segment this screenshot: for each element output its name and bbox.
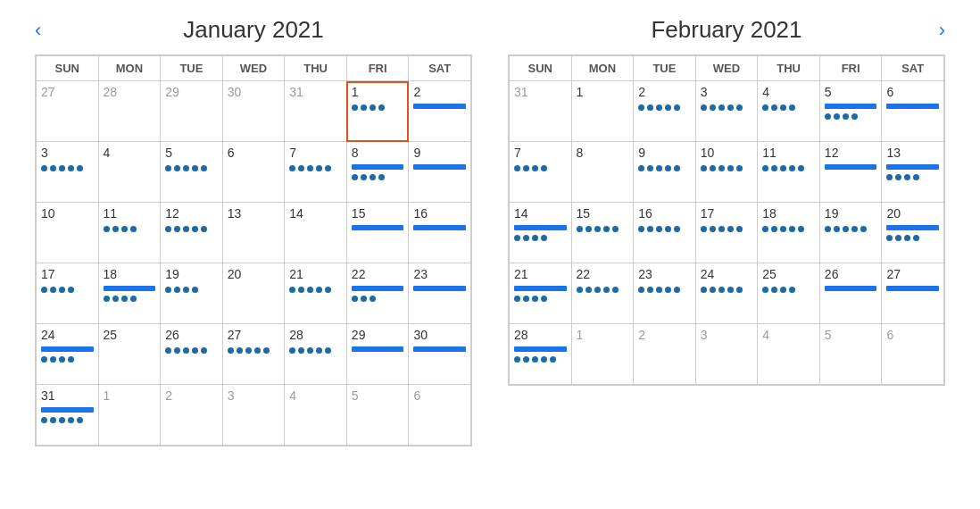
calendar-day-cell[interactable]: 31 [285, 81, 347, 142]
event-dot [352, 296, 358, 302]
calendar-day-cell[interactable]: 26 [819, 263, 882, 324]
calendar-day-cell[interactable]: 2 [409, 81, 471, 142]
calendar-day-cell[interactable]: 8 [346, 142, 409, 203]
calendar-day-cell[interactable]: 6 [882, 81, 944, 142]
day-number: 4 [104, 146, 156, 161]
calendar-day-cell[interactable]: 9 [409, 142, 471, 203]
calendar-day-cell[interactable]: 4 [758, 81, 820, 142]
calendar-day-cell[interactable]: 21 [510, 263, 572, 324]
calendar-day-cell[interactable]: 6 [409, 385, 471, 446]
calendar-day-cell[interactable]: 5 [346, 385, 409, 446]
calendar-day-cell[interactable]: 27 [222, 324, 285, 385]
calendar-day-cell[interactable]: 4 [758, 324, 820, 385]
calendar-day-cell[interactable]: 13 [882, 142, 944, 203]
calendar-day-cell[interactable]: 27 [37, 81, 99, 142]
calendar-day-cell[interactable]: 10 [37, 203, 99, 263]
prev-month-arrow[interactable]: ‹ [35, 19, 41, 42]
calendar-day-cell[interactable]: 4 [285, 385, 347, 446]
day-number: 10 [41, 206, 94, 221]
calendar-day-cell[interactable]: 17 [695, 203, 758, 263]
calendar-day-cell[interactable]: 6 [222, 142, 285, 203]
day-number: 22 [352, 267, 404, 282]
calendar-day-cell[interactable]: 14 [285, 203, 347, 263]
calendar-day-cell[interactable]: 5 [161, 142, 223, 203]
calendar-day-cell[interactable]: 1 [571, 324, 634, 385]
calendar-day-cell[interactable]: 15 [346, 203, 409, 263]
event-dot [192, 287, 198, 293]
calendar-day-cell[interactable]: 22 [571, 263, 634, 324]
calendar-day-cell[interactable]: 11 [98, 203, 161, 263]
january-calendar: ‹ January 2021 SUNMONTUEWEDTHUFRISAT 272… [35, 9, 472, 446]
calendar-day-cell[interactable]: 3 [37, 142, 99, 203]
calendar-day-cell[interactable]: 21 [285, 263, 347, 324]
calendar-day-cell[interactable]: 1 [346, 81, 409, 142]
calendar-day-cell[interactable]: 13 [222, 203, 285, 263]
calendar-day-cell[interactable]: 14 [510, 203, 572, 263]
calendar-day-cell[interactable]: 5 [819, 324, 882, 385]
calendar-day-cell[interactable]: 4 [98, 142, 161, 203]
calendar-day-cell[interactable]: 24 [37, 324, 99, 385]
calendar-day-cell[interactable]: 19 [819, 203, 882, 263]
calendar-day-cell[interactable]: 3 [222, 385, 285, 446]
calendar-day-cell[interactable]: 26 [161, 324, 223, 385]
calendar-day-cell[interactable]: 16 [634, 203, 696, 263]
event-dot [594, 287, 601, 293]
calendar-day-cell[interactable]: 30 [409, 324, 471, 385]
event-dot [50, 165, 56, 171]
calendar-day-cell[interactable]: 18 [758, 203, 820, 263]
calendar-day-cell[interactable]: 3 [695, 81, 758, 142]
calendar-day-cell[interactable]: 20 [882, 203, 944, 263]
calendar-day-cell[interactable]: 28 [510, 324, 572, 385]
calendar-day-cell[interactable]: 12 [819, 142, 882, 203]
day-number: 18 [104, 267, 156, 282]
event-dot [586, 226, 592, 232]
calendar-day-cell[interactable]: 23 [634, 263, 696, 324]
calendar-day-cell[interactable]: 16 [409, 203, 471, 263]
calendar-day-cell[interactable]: 31 [510, 81, 572, 142]
event-dot [771, 165, 777, 171]
calendar-day-cell[interactable]: 22 [346, 263, 409, 324]
event-dot [736, 165, 743, 171]
calendar-day-cell[interactable]: 7 [285, 142, 347, 203]
calendar-day-cell[interactable]: 2 [634, 81, 696, 142]
calendar-day-cell[interactable]: 25 [98, 324, 161, 385]
calendar-day-cell[interactable]: 29 [161, 81, 223, 142]
calendar-day-cell[interactable]: 5 [819, 81, 882, 142]
calendar-day-cell[interactable]: 20 [222, 263, 285, 324]
calendar-day-cell[interactable]: 23 [409, 263, 471, 324]
event-dot [165, 287, 171, 293]
calendar-day-cell[interactable]: 11 [758, 142, 820, 203]
event-dot [674, 226, 680, 232]
calendar-day-cell[interactable]: 10 [695, 142, 758, 203]
calendar-day-cell[interactable]: 27 [882, 263, 944, 324]
event-dot [577, 226, 583, 232]
calendar-day-cell[interactable]: 18 [98, 263, 161, 324]
calendar-day-cell[interactable]: 25 [758, 263, 820, 324]
february-title: February 2021 [651, 16, 801, 44]
calendar-day-cell[interactable]: 17 [37, 263, 99, 324]
calendar-day-cell[interactable]: 12 [161, 203, 223, 263]
calendar-day-cell[interactable]: 9 [634, 142, 696, 203]
calendar-day-cell[interactable]: 2 [634, 324, 696, 385]
calendar-day-cell[interactable]: 3 [695, 324, 758, 385]
calendar-day-cell[interactable]: 1 [571, 81, 634, 142]
calendar-day-cell[interactable]: 2 [161, 385, 223, 446]
next-month-arrow[interactable]: › [939, 19, 945, 42]
calendar-day-cell[interactable]: 19 [161, 263, 223, 324]
calendar-day-cell[interactable]: 28 [285, 324, 347, 385]
calendar-day-cell[interactable]: 30 [222, 81, 285, 142]
day-number: 8 [577, 146, 629, 161]
event-dot [361, 104, 367, 111]
calendar-day-cell[interactable]: 7 [510, 142, 572, 203]
calendar-day-cell[interactable]: 15 [571, 203, 634, 263]
event-dot [789, 165, 795, 171]
calendar-day-cell[interactable]: 6 [882, 324, 944, 385]
day-number: 1 [577, 328, 629, 343]
calendar-day-cell[interactable]: 24 [695, 263, 758, 324]
calendar-day-cell[interactable]: 29 [346, 324, 409, 385]
calendar-day-cell[interactable]: 28 [98, 81, 161, 142]
calendar-day-cell[interactable]: 1 [98, 385, 161, 446]
calendar-day-cell[interactable]: 8 [571, 142, 634, 203]
event-bar [413, 225, 466, 230]
calendar-day-cell[interactable]: 31 [37, 385, 99, 446]
